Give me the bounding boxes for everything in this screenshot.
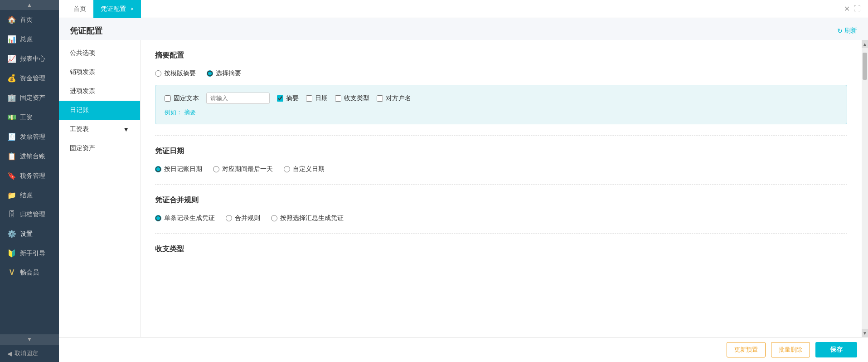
left-nav-public[interactable]: 公共选项 [59,44,140,63]
template-mode-option[interactable]: 按模版摘要 [155,69,196,78]
date-label: 日期 [315,94,328,103]
fixed-text-input[interactable] [206,93,270,104]
counterparty-name-option[interactable]: 对方户名 [377,94,411,103]
invoice-mgmt-icon: 🧾 [7,132,16,141]
sidebar-item-closing[interactable]: 📁 结账 [0,186,59,205]
refresh-icon: ↻ [837,27,843,34]
voucher-date-section: 凭证日期 按日记账日期 对应期间最后一天 自定义日期 [155,147,847,185]
by-journal-date-label: 按日记账日期 [164,165,202,173]
sidebar-label-fixed-assets: 固定资产 [20,94,45,102]
tab-home[interactable]: 首页 [66,0,93,18]
income-expense-type-checkbox[interactable] [335,95,341,102]
left-nav-fixed-assets[interactable]: 固定资产 [59,139,140,158]
sidebar-items: 🏠 首页 📊 总账 📈 报表中心 💰 资金管理 🏢 固定资产 💵 工资 🧾 发票… [0,10,59,334]
sidebar-item-ledger[interactable]: 📊 总账 [0,29,59,49]
sidebar-label-purchase-sales: 进销台账 [20,152,45,161]
purchase-sales-icon: 📋 [7,152,16,161]
sidebar-label-tax: 税务管理 [20,172,45,180]
sidebar-label-vip: 畅会员 [20,269,39,277]
payroll-icon: 💵 [7,113,16,122]
settings-icon: ⚙️ [7,230,16,238]
left-nav-fixed-assets-label: 固定资产 [70,144,95,152]
scroll-thumb[interactable] [863,53,867,80]
date-checkbox[interactable] [306,95,312,102]
by-journal-date-radio[interactable] [155,166,161,172]
summary-mode-group: 按模版摘要 选择摘要 [155,69,847,78]
merge-rule-option[interactable]: 合并规则 [226,214,260,222]
expand-window-icon[interactable]: ⛶ [853,5,861,13]
tab-voucher-config-label: 凭证配置 [101,5,126,13]
sidebar-item-payroll[interactable]: 💵 工资 [0,108,59,127]
sidebar-item-fixed-assets[interactable]: 🏢 固定资产 [0,88,59,108]
left-nav-purchase-invoice[interactable]: 进项发票 [59,82,140,101]
refresh-label: 刷新 [844,27,857,35]
save-button[interactable]: 保存 [815,342,857,357]
left-nav: 公共选项 销项发票 进项发票 日记账 工资表 ▼ 固定资产 [59,40,141,337]
custom-date-label: 自定义日期 [293,165,325,173]
sidebar-item-guide[interactable]: 🔰 新手引导 [0,244,59,263]
counterparty-name-label: 对方户名 [386,94,411,103]
select-summary-generate-radio[interactable] [271,215,277,221]
sidebar-item-purchase-sales[interactable]: 📋 进销台账 [0,147,59,166]
sidebar-label-closing: 结账 [20,191,33,200]
sidebar-cancel-fixed[interactable]: ◀ 取消固定 [0,344,59,362]
last-day-of-period-radio[interactable] [213,166,219,172]
sidebar-item-settings[interactable]: ⚙️ 设置 [0,224,59,244]
tab-voucher-config[interactable]: 凭证配置 × [93,0,141,18]
example-label: 例如： [165,109,182,116]
tax-icon: 🔖 [7,171,16,180]
sidebar-label-settings: 设置 [20,230,33,238]
sidebar-scroll-up[interactable]: ▲ [0,0,59,10]
last-day-of-period-option[interactable]: 对应期间最后一天 [213,165,273,173]
merge-rule-radio[interactable] [226,215,232,221]
left-nav-payroll-table[interactable]: 工资表 ▼ [59,120,140,139]
select-mode-option[interactable]: 选择摘要 [207,69,241,78]
scroll-down-button[interactable]: ▼ [862,329,868,337]
sidebar-item-invoice-mgmt[interactable]: 🧾 发票管理 [0,127,59,147]
sidebar-item-reports[interactable]: 📈 报表中心 [0,49,59,68]
ledger-icon: 📊 [7,35,16,44]
close-window-icon[interactable]: ✕ [844,5,850,13]
summary-title: 摘要配置 [155,51,847,60]
sidebar-label-archive: 归档管理 [20,210,45,219]
chevron-down-icon: ▼ [123,126,129,133]
sidebar-item-home[interactable]: 🏠 首页 [0,10,59,29]
single-record-option[interactable]: 单条记录生成凭证 [155,214,215,222]
voucher-date-title: 凭证日期 [155,147,847,156]
select-mode-radio[interactable] [207,70,213,77]
fixed-text-option[interactable]: 固定文本 [165,94,199,103]
main-area: 首页 凭证配置 × ✕ ⛶ 凭证配置 ↻ 刷新 公共选项 销项发票 进 [59,0,868,362]
summary-checkbox[interactable] [277,95,283,102]
template-mode-radio[interactable] [155,70,161,77]
guide-icon: 🔰 [7,249,16,258]
left-nav-journal[interactable]: 日记账 [59,101,140,120]
summary-checkbox-row: 固定文本 摘要 日期 收支类型 [165,93,838,104]
select-summary-generate-option[interactable]: 按照选择汇总生成凭证 [271,214,344,222]
counterparty-name-checkbox[interactable] [377,95,383,102]
sidebar-label-guide: 新手引导 [20,249,45,258]
sidebar-item-archive[interactable]: 🗄 归档管理 [0,205,59,224]
single-record-radio[interactable] [155,215,161,221]
scroll-up-button[interactable]: ▲ [862,40,868,48]
tab-voucher-config-close[interactable]: × [131,6,134,12]
fixed-text-label: 固定文本 [174,94,199,103]
scroll-track [862,48,868,329]
sidebar-item-funds[interactable]: 💰 资金管理 [0,68,59,88]
by-journal-date-option[interactable]: 按日记账日期 [155,165,202,173]
update-preview-button[interactable]: 更新预置 [727,342,766,357]
refresh-button[interactable]: ↻ 刷新 [837,27,857,35]
batch-delete-button[interactable]: 批量删除 [771,342,810,357]
date-option[interactable]: 日期 [306,94,328,103]
left-nav-sales-invoice[interactable]: 销项发票 [59,63,140,82]
merge-rule-title: 凭证合并规则 [155,196,847,205]
sidebar-item-tax[interactable]: 🔖 税务管理 [0,166,59,186]
sidebar-item-vip[interactable]: V 畅会员 [0,263,59,282]
income-expense-type-option[interactable]: 收支类型 [335,94,369,103]
fixed-text-checkbox[interactable] [165,95,171,102]
sidebar-scroll-down[interactable]: ▼ [0,334,59,344]
custom-date-radio[interactable] [284,166,290,172]
custom-date-option[interactable]: 自定义日期 [284,165,325,173]
example-text: 例如： 摘要 [165,108,838,117]
summary-option[interactable]: 摘要 [277,94,299,103]
tab-bar: 首页 凭证配置 × ✕ ⛶ [59,0,868,18]
